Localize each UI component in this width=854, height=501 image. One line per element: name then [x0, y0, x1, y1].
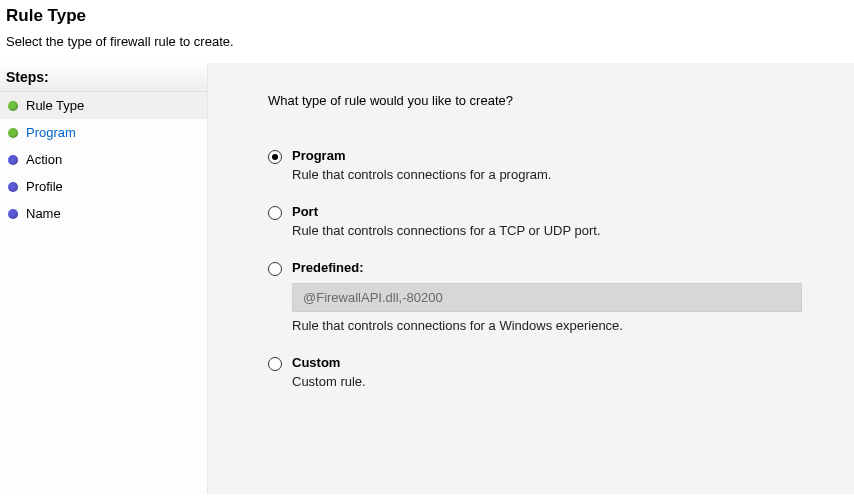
step-label: Program [26, 125, 76, 140]
bullet-icon [8, 155, 18, 165]
option-port[interactable]: Port Rule that controls connections for … [268, 204, 834, 238]
question-text: What type of rule would you like to crea… [268, 93, 834, 108]
option-label: Port [292, 204, 834, 219]
option-custom[interactable]: Custom Custom rule. [268, 355, 834, 389]
radio-custom[interactable] [268, 357, 282, 371]
step-label: Name [26, 206, 61, 221]
bullet-icon [8, 182, 18, 192]
page-title: Rule Type [6, 6, 848, 26]
option-body: Port Rule that controls connections for … [292, 204, 834, 238]
step-profile[interactable]: Profile [0, 173, 207, 200]
main-panel: What type of rule would you like to crea… [208, 63, 854, 494]
bullet-icon [8, 101, 18, 111]
radio-port[interactable] [268, 206, 282, 220]
step-rule-type[interactable]: Rule Type [0, 92, 207, 119]
option-program[interactable]: Program Rule that controls connections f… [268, 148, 834, 182]
option-predefined[interactable]: Predefined: @FirewallAPI.dll,-80200 Rule… [268, 260, 834, 333]
step-program[interactable]: Program [0, 119, 207, 146]
radio-program[interactable] [268, 150, 282, 164]
option-desc: Rule that controls connections for a Win… [292, 318, 834, 333]
step-label: Profile [26, 179, 63, 194]
step-label: Rule Type [26, 98, 84, 113]
predefined-combo[interactable]: @FirewallAPI.dll,-80200 [292, 283, 802, 312]
steps-heading: Steps: [0, 65, 207, 92]
option-desc: Custom rule. [292, 374, 834, 389]
option-body: Custom Custom rule. [292, 355, 834, 389]
bullet-icon [8, 128, 18, 138]
step-label: Action [26, 152, 62, 167]
option-desc: Rule that controls connections for a pro… [292, 167, 834, 182]
radio-predefined[interactable] [268, 262, 282, 276]
option-body: Predefined: @FirewallAPI.dll,-80200 Rule… [292, 260, 834, 333]
wizard-body: Steps: Rule Type Program Action Profile … [0, 63, 854, 494]
step-action[interactable]: Action [0, 146, 207, 173]
wizard-header: Rule Type Select the type of firewall ru… [0, 0, 854, 63]
option-label: Program [292, 148, 834, 163]
step-name[interactable]: Name [0, 200, 207, 227]
option-desc: Rule that controls connections for a TCP… [292, 223, 834, 238]
option-body: Program Rule that controls connections f… [292, 148, 834, 182]
steps-sidebar: Steps: Rule Type Program Action Profile … [0, 63, 208, 494]
option-label: Custom [292, 355, 834, 370]
bullet-icon [8, 209, 18, 219]
page-subtitle: Select the type of firewall rule to crea… [6, 34, 848, 49]
option-label: Predefined: [292, 260, 834, 275]
